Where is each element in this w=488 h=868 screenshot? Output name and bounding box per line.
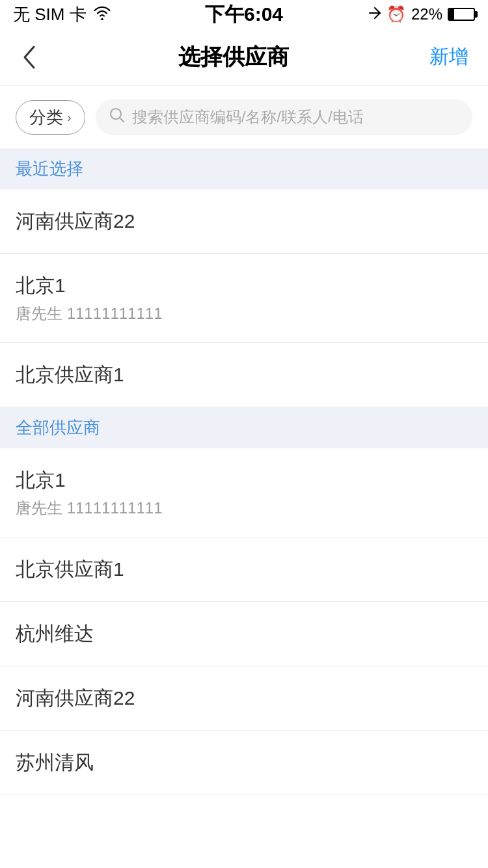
all-list-item[interactable]: 河南供应商22 [0, 666, 488, 731]
nav-bar: 选择供应商 新增 [0, 29, 488, 86]
category-label: 分类 [29, 106, 63, 129]
all-section-label: 全部供应商 [16, 418, 100, 437]
time-display: 下午6:04 [205, 1, 283, 28]
status-right: ⏰ 22% [368, 5, 475, 23]
carrier-info: 无 SIM 卡 [13, 3, 111, 26]
search-placeholder: 搜索供应商编码/名称/联系人/电话 [132, 107, 364, 128]
item-name: 河南供应商22 [16, 685, 472, 712]
item-name: 苏州清风 [16, 749, 472, 776]
recent-list-item[interactable]: 北京1唐先生 11111111111 [0, 254, 488, 343]
item-name: 北京1 [16, 272, 472, 299]
item-name: 北京1 [16, 467, 472, 494]
search-icon [109, 107, 126, 128]
item-name: 河南供应商22 [16, 208, 472, 235]
recent-list: 河南供应商22北京1唐先生 11111111111北京供应商1 [0, 189, 488, 407]
all-list-item[interactable]: 杭州维达 [0, 602, 488, 666]
battery-percent: 22% [411, 5, 442, 23]
item-name: 杭州维达 [16, 620, 472, 647]
recent-section-header: 最近选择 [0, 148, 488, 189]
alarm-icon: ⏰ [386, 5, 406, 23]
chevron-right-icon: › [67, 110, 72, 125]
status-bar: 无 SIM 卡 下午6:04 ⏰ 22% [0, 0, 488, 29]
item-detail: 唐先生 11111111111 [16, 303, 472, 324]
search-box[interactable]: 搜索供应商编码/名称/联系人/电话 [96, 99, 472, 135]
all-list-item[interactable]: 北京供应商1 [0, 537, 488, 602]
page-title: 选择供应商 [178, 42, 289, 72]
all-list: 北京1唐先生 11111111111北京供应商1杭州维达河南供应商22苏州清风 [0, 448, 488, 795]
battery-icon [448, 8, 475, 21]
recent-list-item[interactable]: 河南供应商22 [0, 189, 488, 254]
all-list-item[interactable]: 苏州清风 [0, 731, 488, 795]
recent-section-label: 最近选择 [16, 159, 83, 178]
add-button[interactable]: 新增 [429, 44, 468, 70]
category-filter[interactable]: 分类 › [16, 100, 85, 135]
back-button[interactable] [20, 43, 38, 72]
item-name: 北京供应商1 [16, 556, 472, 583]
location-icon [368, 5, 381, 23]
recent-list-item[interactable]: 北京供应商1 [0, 343, 488, 407]
all-section-header: 全部供应商 [0, 407, 488, 448]
wifi-icon [93, 5, 111, 25]
filter-bar: 分类 › 搜索供应商编码/名称/联系人/电话 [0, 86, 488, 148]
all-list-item[interactable]: 北京1唐先生 11111111111 [0, 448, 488, 537]
item-detail: 唐先生 11111111111 [16, 498, 472, 519]
carrier-text: 无 SIM 卡 [13, 3, 87, 26]
item-name: 北京供应商1 [16, 361, 472, 388]
